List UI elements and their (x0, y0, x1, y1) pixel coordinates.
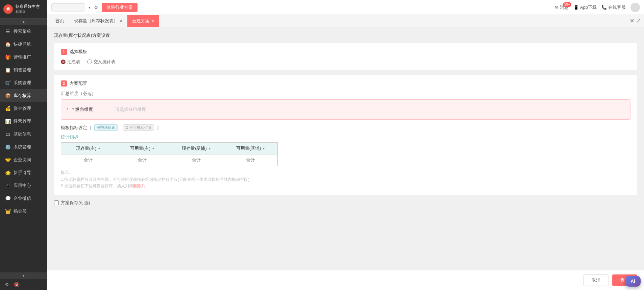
sidebar-logo: 畅 畅康通好生意 标准版 (0, 0, 47, 19)
sidebar-item-wechat[interactable]: 💬 企业微信 (0, 192, 47, 205)
metrics-td-3: 合计 (169, 154, 223, 166)
required-star: * (67, 107, 68, 112)
purchase-icon: 🛒 (5, 80, 11, 86)
tab-home-label: 首页 (55, 18, 64, 24)
required-dimension-field[interactable]: * * 纵向维度 —— 请选择分组维度 (61, 99, 630, 120)
basic-icon: 🗂 (5, 131, 11, 137)
sidebar-scroll-down[interactable]: ▼ (0, 272, 47, 279)
radio-cross-label: 交叉统计表 (94, 59, 116, 65)
sidebar-item-label: 新手引导 (14, 170, 31, 176)
topbar-gear-button[interactable]: ⚙ (94, 5, 98, 10)
sidebar-item-label: 畅会员 (14, 208, 27, 214)
radio-summary-label: 汇总表 (67, 59, 80, 65)
user-avatar[interactable] (630, 3, 640, 12)
settings-button[interactable]: ⚙ (5, 282, 9, 287)
metrics-th-3-label: 现存量(基辅) (182, 145, 207, 151)
customer-service-icon: 📞 (601, 5, 607, 10)
sidebar-item-cooperation[interactable]: 🤝 企业协同 (0, 153, 47, 166)
message-button[interactable]: ✉ 消息 99+ (555, 4, 569, 10)
sidebar-item-finance[interactable]: 💰 资金管理 (0, 102, 47, 115)
metrics-label-text: 模板指标设定（ (61, 125, 92, 131)
tips-title: 提示： (61, 170, 630, 175)
bottom-bar: 取消 查询 (47, 270, 644, 290)
system-icon: ⚙️ (5, 144, 11, 150)
vertical-dimension-label: * 纵向维度 (72, 106, 93, 113)
cancel-button[interactable]: 取消 (583, 274, 609, 286)
sales-icon: 📋 (5, 67, 11, 73)
tips-item-1: 1.拖动标题栏可以调整布局，不可跨维度或指标区域拖动栏目字段(只能在同一维度或指… (61, 177, 630, 183)
radio-summary[interactable]: 汇总表 (61, 59, 80, 65)
tab-close-button[interactable]: ✕ (630, 18, 634, 24)
template-radio-group: 汇总表 交叉统计表 (61, 59, 630, 65)
step2-card: 2 方案配置 汇总维度（必选） * * 纵向维度 —— 请选择分组维度 模板指标… (54, 75, 637, 195)
tab-expand-button[interactable]: ⤢ (636, 18, 641, 24)
topbar-search-input[interactable] (51, 3, 85, 11)
sidebar-item-marketing[interactable]: 🎁 营销推广 (0, 51, 47, 64)
chevron-down-icon-4: ▾ (263, 147, 265, 150)
metrics-th-2[interactable]: 可用量(主) ▾ (115, 143, 169, 154)
tips-highlight: 删除列 (133, 184, 145, 188)
sidebar: 畅 畅康通好生意 标准版 ▲ ☰ 搜索菜单 🏠 快捷导航 🎁 营销推广 📋 销售… (0, 0, 47, 290)
sidebar-item-label: 应用中心 (14, 183, 31, 189)
sidebar-item-member[interactable]: 👑 畅会员 (0, 205, 47, 218)
sidebar-item-appstore[interactable]: 📱 应用中心 (0, 179, 47, 192)
member-icon: 👑 (5, 208, 11, 214)
save-checkbox[interactable] (54, 200, 59, 205)
tips-section: 提示： 1.拖动标题栏可以调整布局，不可跨维度或指标区域拖动栏目字段(只能在同一… (61, 170, 630, 189)
sidebar-item-purchase[interactable]: 🛒 采购管理 (0, 76, 47, 89)
content-area: 现存量(库存状况表)方案设置 1 选择模板 汇总表 交叉统计表 2 (47, 27, 644, 270)
app-download-button[interactable]: 📱 App下载 (573, 4, 597, 10)
newcomer-icon: 🌟 (5, 170, 11, 176)
tips-item-2: 2.点击标题栏下拉可设置排序、插入列和删除列 (61, 183, 630, 189)
finance-icon: 💰 (5, 105, 11, 112)
metrics-td-4: 合计 (223, 154, 277, 166)
summary-dimension-label: 汇总维度（必选） (61, 91, 630, 97)
metrics-th-3[interactable]: 现存量(基辅) ▾ (169, 143, 223, 154)
sidebar-item-sales[interactable]: 📋 销售管理 (0, 64, 47, 76)
customer-service-button[interactable]: 📞 在线客服 (601, 4, 626, 10)
topbar-dropdown-button[interactable]: ▾ (89, 5, 91, 10)
sidebar-item-inventory[interactable]: 📦 库存核算 (0, 89, 47, 102)
sidebar-item-label: 快捷导航 (14, 41, 31, 47)
metrics-data-row: 合计 合计 合计 合计 (61, 154, 277, 166)
tabbar-controls: ✕ ⤢ (630, 18, 641, 24)
tab-new-plan[interactable]: 新建方案 × (127, 15, 159, 27)
ai-label: Ai (630, 279, 635, 284)
sidebar-item-label: 系统管理 (14, 144, 31, 150)
trial-button[interactable]: 体验行业方案 (102, 3, 138, 12)
search-nav-icon: ☰ (5, 28, 11, 34)
radio-cross-input[interactable] (87, 59, 92, 64)
sidebar-scroll-up[interactable]: ▲ (0, 19, 47, 25)
metrics-config-label: 模板指标设定（ 可拖动位置 ⊘ 不可拖动位置 ） (61, 124, 630, 131)
ai-float-button[interactable]: Ai (625, 276, 641, 287)
non-draggable-badge: ⊘ 不可拖动位置 (123, 124, 154, 131)
draggable-badge: 可拖动位置 (94, 124, 118, 131)
sidebar-nav: ☰ 搜索菜单 🏠 快捷导航 🎁 营销推广 📋 销售管理 🛒 采购管理 📦 库存核… (0, 25, 47, 272)
sidebar-item-operation[interactable]: 📊 经营管理 (0, 115, 47, 128)
main-area: ▾ ⚙ 体验行业方案 ✉ 消息 99+ 📱 App下载 📞 在线客服 首页 (47, 0, 644, 290)
metrics-td-2: 合计 (115, 154, 169, 166)
mute-button[interactable]: 🔇 (14, 282, 20, 287)
radio-cross[interactable]: 交叉统计表 (87, 59, 116, 65)
metrics-th-4[interactable]: 可用量(基辅) ▾ (223, 143, 277, 154)
sidebar-item-newcomer[interactable]: 🌟 新手引导 (0, 166, 47, 179)
sidebar-item-search[interactable]: ☰ 搜索菜单 (0, 25, 47, 38)
customer-service-label: 在线客服 (608, 4, 626, 10)
appstore-icon: 📱 (5, 183, 11, 189)
sidebar-item-basic[interactable]: 🗂 基础信息 (0, 128, 47, 141)
gift-icon: 🎁 (5, 54, 11, 60)
topbar: ▾ ⚙ 体验行业方案 ✉ 消息 99+ 📱 App下载 📞 在线客服 (47, 0, 644, 15)
metrics-th-1-label: 现存量(主) (76, 145, 97, 151)
tab-inventory-close[interactable]: × (120, 19, 122, 23)
app-download-icon: 📱 (573, 5, 579, 10)
logo-icon: 畅 (3, 4, 13, 14)
tab-home[interactable]: 首页 (51, 15, 69, 27)
tab-new-plan-close[interactable]: × (152, 19, 154, 23)
home-icon: 🏠 (5, 41, 11, 47)
tab-inventory-status[interactable]: 现存量（库存状况表） × (69, 15, 127, 27)
sidebar-item-quick-nav[interactable]: 🏠 快捷导航 (0, 38, 47, 51)
sidebar-item-system[interactable]: ⚙️ 系统管理 (0, 141, 47, 153)
radio-summary-input[interactable] (61, 59, 66, 64)
metrics-th-1[interactable]: 现存量(主) ▾ (61, 143, 115, 154)
sidebar-item-label: 企业协同 (14, 157, 31, 163)
